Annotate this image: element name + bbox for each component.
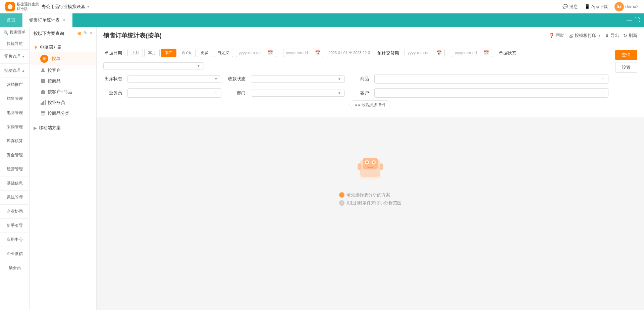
scheme-panel-header: 按以下方案查询 ⊕ ✎ «: [30, 27, 96, 40]
sidebar-item-sales[interactable]: 销售管理: [0, 92, 29, 106]
sidebar-search[interactable]: 🔍 搜索菜单: [0, 27, 29, 38]
salesperson-input[interactable]: ···: [127, 88, 221, 98]
scheme-item-by-product-category[interactable]: 按商品分类: [30, 108, 96, 119]
sidebar-item-system[interactable]: 系统管理: [0, 191, 29, 205]
filter-row-2: 出库状态 ▼ 收款状态 ▼ 商品: [103, 74, 608, 84]
help-button[interactable]: ❓ 帮助: [549, 33, 565, 39]
tab-home[interactable]: 首页: [0, 13, 22, 27]
logo-text: 畅捷通好生意 标准版: [17, 2, 39, 11]
page-actions: ❓ 帮助 🖨 按模板打印 ▼ ⬇ 导出 ↻ 刷新: [549, 33, 637, 39]
minimize-icon[interactable]: —: [627, 17, 632, 23]
status-chevron-icon: ▼: [197, 64, 200, 68]
tab-close-icon[interactable]: ×: [63, 18, 65, 22]
date-to-input[interactable]: yyyy-mm-dd 📅: [283, 49, 323, 57]
empty-tip-2: 2 用[过滤]条件来缩小分析范围: [339, 200, 401, 206]
department-label: 部门: [227, 90, 246, 96]
svg-rect-4: [41, 103, 42, 105]
edit-scheme-icon[interactable]: ✎: [84, 30, 88, 37]
sidebar-item-newbie[interactable]: 新手引导: [0, 219, 29, 233]
salesperson-label: 业务员: [103, 90, 122, 96]
customer-input[interactable]: ···: [374, 88, 608, 98]
message-button[interactable]: 💬 消息: [562, 4, 578, 10]
collapse-scheme-icon[interactable]: «: [90, 30, 92, 37]
expected-delivery-to[interactable]: yyyy-mm-dd 📅: [452, 49, 492, 57]
status-select[interactable]: ▼: [103, 62, 204, 69]
settings-button[interactable]: 设置: [615, 62, 637, 73]
product-input[interactable]: ···: [374, 74, 608, 84]
sidebar-item-finance[interactable]: 资金管理: [0, 148, 29, 162]
print-icon: 🖨: [569, 33, 573, 38]
company-chevron-icon: ▼: [87, 5, 90, 8]
customer-label: 客户: [350, 90, 369, 96]
scheme-group-pc-label[interactable]: ▼ 电脑端方案: [30, 42, 96, 52]
collapse-button[interactable]: ∧∧ 收起更多条件: [350, 100, 391, 109]
product-more-icon: ···: [600, 76, 605, 82]
preset-custom[interactable]: 自定义: [214, 49, 233, 57]
sidebar-item-wechat[interactable]: 企业微信: [0, 247, 29, 261]
app-download-button[interactable]: 📱 App下载: [585, 4, 608, 10]
preset-last-month[interactable]: 上月: [127, 49, 143, 57]
calendar-to-icon: 📅: [315, 50, 320, 55]
search-icon: 🔍: [3, 30, 8, 35]
svg-rect-3: [42, 90, 44, 91]
export-button[interactable]: ⬇ 导出: [605, 33, 619, 39]
filter-row-1: 单据日期 上月 本月 本年 近7天 更多 自定义: [103, 49, 608, 69]
scheme-item-by-salesperson[interactable]: 按业务员: [30, 97, 96, 108]
delivery-status-select[interactable]: ▼: [127, 75, 221, 83]
sidebar-quick-nav[interactable]: 快捷导航: [0, 38, 29, 50]
template-print-button[interactable]: 🖨 按模板打印 ▼: [569, 33, 601, 39]
svg-rect-8: [41, 111, 43, 113]
sidebar-item-inventory[interactable]: 库存核算: [0, 134, 29, 148]
sidebar-item-app-center[interactable]: 应用中心: [0, 233, 29, 247]
wholesale-arrow-icon: ▲: [22, 69, 25, 72]
company-selector[interactable]: 办公用品行业模拟账套 ▼: [42, 4, 90, 10]
preset-this-month[interactable]: 本月: [144, 49, 160, 57]
svg-rect-5: [42, 102, 43, 105]
payment-status-select[interactable]: ▼: [251, 75, 345, 83]
expected-delivery-range: yyyy-mm-dd 📅 — yyyy-mm-dd 📅: [405, 49, 492, 57]
tab-sales-order-stats[interactable]: 销售订单统计表 ×: [22, 13, 72, 27]
sidebar-item-purchase[interactable]: 采购管理: [0, 120, 29, 134]
scheme-group-mobile-label[interactable]: ▶ 移动端方案: [30, 123, 96, 133]
expected-delivery-from[interactable]: yyyy-mm-dd 📅: [405, 49, 445, 57]
date-range-display: 2023-01-01 至 2023-12-31: [329, 50, 372, 55]
date-from-input[interactable]: yyyy-mm-dd 📅: [236, 49, 276, 57]
maximize-icon[interactable]: ⛶: [635, 17, 640, 23]
filter-row-3: 业务员 ··· 部门 ▼ 客户: [103, 88, 608, 98]
scheme-panel: 按以下方案查询 ⊕ ✎ « ▼ 电脑端方案 按 按单: [30, 27, 97, 310]
logo-area: 畅捷通好生意 标准版: [5, 2, 39, 11]
preset-last-7-days[interactable]: 近7天: [178, 49, 196, 57]
filter-date-section: 上月 本月 本年 近7天 更多 自定义 yyyy-mm-dd: [127, 49, 372, 57]
scheme-item-by-product[interactable]: 按商品: [30, 76, 96, 87]
sidebar-item-ecommerce[interactable]: 电商管理: [0, 106, 29, 120]
department-chevron-icon: ▼: [338, 91, 341, 95]
by-order-icon: 按: [40, 55, 48, 63]
scheme-item-by-customer-product[interactable]: 按客户+商品: [30, 87, 96, 97]
salesperson-more-icon: ···: [213, 90, 218, 96]
sidebar-item-retail[interactable]: 零售管理 ▼: [0, 50, 29, 64]
sidebar-item-marketing[interactable]: 营销推广: [0, 78, 29, 92]
sidebar-item-member[interactable]: 畅会员: [0, 261, 29, 275]
filter-section: 单据日期 上月 本月 本年 近7天 更多 自定义: [97, 43, 644, 117]
date-label: 单据日期: [103, 50, 122, 56]
preset-this-year[interactable]: 本年: [161, 49, 176, 57]
scheme-item-by-order[interactable]: 按 按单: [30, 52, 96, 65]
sidebar-item-wholesale[interactable]: 批发管理 ▲: [0, 64, 29, 78]
main-layout: 🔍 搜索菜单 快捷导航 零售管理 ▼ 批发管理 ▲ 营销推广 销售管理 电商管理…: [0, 27, 644, 310]
preset-more[interactable]: 更多: [197, 49, 212, 57]
sidebar-item-operations[interactable]: 经营管理: [0, 162, 29, 176]
scheme-item-by-customer[interactable]: 按客户: [30, 65, 96, 76]
by-product-icon: [40, 79, 46, 84]
refresh-button[interactable]: ↻ 刷新: [623, 33, 637, 39]
sidebar-item-enterprise[interactable]: 企业协同: [0, 205, 29, 219]
main-content: 销售订单统计表(按单) ❓ 帮助 🖨 按模板打印 ▼ ⬇ 导出: [97, 27, 644, 310]
help-icon: ❓: [549, 33, 554, 38]
top-bar-left: 畅捷通好生意 标准版 办公用品行业模拟账套 ▼: [5, 2, 90, 11]
collapse-icon: ∧∧: [355, 103, 361, 107]
department-select[interactable]: ▼: [251, 90, 345, 97]
sidebar-item-basic[interactable]: 基础信息: [0, 176, 29, 191]
user-profile[interactable]: Ea demo2: [614, 2, 639, 11]
add-scheme-icon[interactable]: ⊕: [77, 30, 82, 37]
query-button[interactable]: 查询: [615, 50, 637, 60]
empty-icon: [350, 145, 390, 185]
